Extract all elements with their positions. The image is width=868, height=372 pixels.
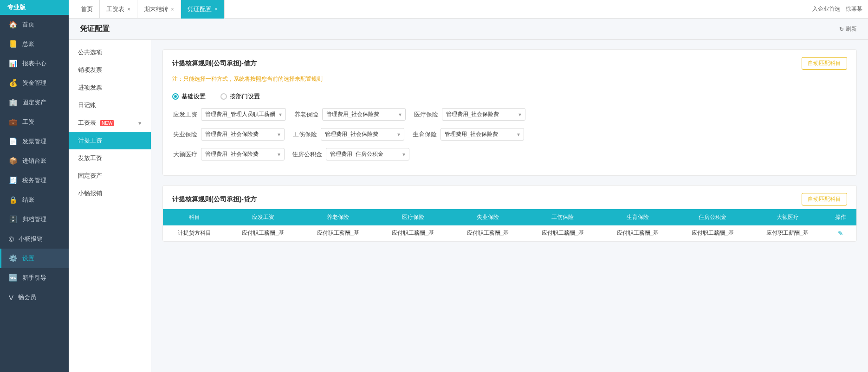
workinjury-arrow-icon: ▾ bbox=[397, 131, 400, 138]
sidebar-item-closing[interactable]: 🔒 结账 bbox=[0, 190, 69, 210]
medical-select[interactable]: 管理费用_社会保险费 ▾ bbox=[442, 108, 525, 121]
sidebar-item-salary-label: 工资 bbox=[22, 118, 34, 126]
medical-arrow-icon: ▾ bbox=[518, 111, 521, 118]
radio-basic-dot bbox=[174, 95, 177, 98]
tax-icon: 🧾 bbox=[9, 176, 18, 185]
sidebar-item-vip[interactable]: V 畅会员 bbox=[0, 288, 69, 307]
medical-value: 管理费用_社会保险费 bbox=[446, 110, 499, 118]
credit-auto-match-button[interactable]: 自动匹配科目 bbox=[802, 193, 847, 205]
credit-row-col6: 应付职工薪酬_基 bbox=[600, 225, 675, 241]
credit-row-col7: 应付职工薪酬_基 bbox=[675, 225, 750, 241]
credit-row-col4: 应付职工薪酬_基 bbox=[450, 225, 525, 241]
tab-voucher-config[interactable]: 凭证配置 × bbox=[181, 0, 225, 19]
page-header: 凭证配置 ↻ 刷新 bbox=[69, 19, 868, 40]
credit-table-container: 科目 应发工资 养老保险 医疗保险 失业保险 工伤保险 生育保险 住房公积金 大… bbox=[163, 209, 856, 241]
sidebar-item-archive[interactable]: 🗄️ 归档管理 bbox=[0, 210, 69, 229]
credit-row-action[interactable]: ✎ bbox=[825, 225, 856, 241]
field-critical-illness: 大额医疗 管理费用_社会保险费 ▾ bbox=[172, 148, 285, 160]
th-subject: 科目 bbox=[163, 209, 226, 225]
maternity-arrow-icon: ▾ bbox=[517, 131, 520, 138]
housing-fund-label: 住房公积金 bbox=[292, 150, 322, 159]
sidebar-item-salary[interactable]: 💼 工资 bbox=[0, 112, 69, 132]
sidebar-item-purchase[interactable]: 📦 进销台账 bbox=[0, 151, 69, 171]
sidebar-item-reports[interactable]: 📊 报表中心 bbox=[0, 54, 69, 73]
sidebar-item-fixed-assets-label: 固定资产 bbox=[22, 98, 46, 107]
credit-row-col2: 应付职工薪酬_基 bbox=[301, 225, 376, 241]
unemployment-arrow-icon: ▾ bbox=[278, 131, 280, 138]
credit-section: 计提核算规则(公司承担)-贷方 自动匹配科目 科目 应发工资 养老保险 医疗保险… bbox=[162, 185, 857, 242]
sidebar-item-settings-label: 设置 bbox=[22, 254, 34, 263]
sidebar-item-settings[interactable]: ⚙️ 设置 bbox=[0, 249, 69, 268]
debit-form-row-2: 失业保险 管理费用_社会保险费 ▾ 工伤保险 管理费用_社会保险费 ▾ bbox=[172, 128, 847, 141]
medical-label: 医疗保险 bbox=[413, 110, 438, 119]
sidebar-item-purchase-label: 进销台账 bbox=[22, 157, 46, 165]
tab-period-end-close[interactable]: × bbox=[171, 6, 174, 13]
debit-notice: 注：只能选择一种方式，系统将按照您当前的选择来配置规则 bbox=[163, 73, 856, 89]
sidebar-item-xiaochang-label: 小畅报销 bbox=[19, 235, 43, 243]
tab-salary-close[interactable]: × bbox=[127, 6, 130, 13]
nav-calc-salary[interactable]: 计提工资 bbox=[69, 132, 151, 149]
sidebar-item-xiaochang[interactable]: © 小畅报销 bbox=[0, 229, 69, 249]
sidebar-item-closing-label: 结账 bbox=[22, 196, 34, 204]
unemployment-select[interactable]: 管理费用_社会保险费 ▾ bbox=[201, 128, 285, 141]
applied-salary-select[interactable]: 管理费用_管理人员职工薪酬 ▾ bbox=[201, 108, 286, 121]
unemployment-label: 失业保险 bbox=[172, 130, 197, 139]
enterprise-label: 入企业首选 bbox=[812, 5, 840, 13]
sidebar-item-home[interactable]: 🏠 首页 bbox=[0, 15, 69, 34]
sidebar-item-funds[interactable]: 💰 资金管理 bbox=[0, 73, 69, 93]
critical-illness-select[interactable]: 管理费用_社会保险费 ▾ bbox=[201, 148, 285, 160]
topbar-right: 入企业首选 徐某某 bbox=[812, 5, 862, 13]
radio-basic-circle bbox=[172, 93, 179, 100]
nav-deduct-invoice[interactable]: 进项发票 bbox=[69, 79, 151, 96]
unemployment-value: 管理费用_社会保险费 bbox=[205, 130, 259, 138]
workinjury-select[interactable]: 管理费用_社会保险费 ▾ bbox=[321, 128, 404, 141]
nav-xiaochang-expenses[interactable]: 小畅报销 bbox=[69, 185, 151, 202]
nav-salary-table[interactable]: 工资表 NEW ▾ bbox=[69, 114, 151, 132]
sidebar-item-tax[interactable]: 🧾 税务管理 bbox=[0, 171, 69, 190]
housing-fund-select[interactable]: 管理费用_住房公积金 ▾ bbox=[326, 148, 409, 160]
nav-pay-salary[interactable]: 发放工资 bbox=[69, 149, 151, 167]
maternity-select[interactable]: 管理费用_社会保险费 ▾ bbox=[440, 128, 524, 141]
radio-dept[interactable]: 按部门设置 bbox=[220, 92, 260, 101]
tab-voucher-config-close[interactable]: × bbox=[214, 6, 218, 13]
field-maternity: 生育保险 管理费用_社会保险费 ▾ bbox=[412, 128, 524, 141]
debit-section: 计提核算规则(公司承担)-借方 自动匹配科目 注：只能选择一种方式，系统将按照您… bbox=[162, 49, 857, 176]
sidebar-item-archive-label: 归档管理 bbox=[22, 215, 46, 224]
tab-period-end[interactable]: 期末结转 × bbox=[137, 0, 181, 19]
sidebar-item-guide[interactable]: 🆕 新手引导 bbox=[0, 268, 69, 288]
guide-icon: 🆕 bbox=[9, 274, 18, 282]
field-housing-fund: 住房公积金 管理费用_住房公积金 ▾ bbox=[292, 148, 409, 160]
critical-illness-arrow-icon: ▾ bbox=[278, 151, 280, 158]
tab-salary[interactable]: 工资表 × bbox=[100, 0, 137, 19]
refresh-button[interactable]: ↻ 刷新 bbox=[839, 25, 857, 33]
radio-dept-label: 按部门设置 bbox=[230, 92, 260, 101]
pension-select[interactable]: 管理费用_社会保险费 ▾ bbox=[322, 108, 406, 121]
workinjury-value: 管理费用_社会保险费 bbox=[325, 130, 378, 138]
credit-row-col0: 计提贷方科目 bbox=[163, 225, 226, 241]
sidebar-item-ledger[interactable]: 📒 总账 bbox=[0, 34, 69, 54]
edit-icon[interactable]: ✎ bbox=[838, 230, 843, 237]
th-unemployment: 失业保险 bbox=[450, 209, 525, 225]
pension-arrow-icon: ▾ bbox=[399, 111, 402, 118]
nav-fixed-assets[interactable]: 固定资产 bbox=[69, 167, 151, 185]
radio-basic[interactable]: 基础设置 bbox=[172, 92, 206, 101]
housing-fund-value: 管理费用_住房公积金 bbox=[330, 150, 383, 158]
nav-journal[interactable]: 日记账 bbox=[69, 96, 151, 114]
ledger-icon: 📒 bbox=[9, 40, 18, 48]
th-pension: 养老保险 bbox=[301, 209, 376, 225]
credit-table-header-row: 科目 应发工资 养老保险 医疗保险 失业保险 工伤保险 生育保险 住房公积金 大… bbox=[163, 209, 856, 225]
th-action: 操作 bbox=[825, 209, 856, 225]
sidebar-item-vip-label: 畅会员 bbox=[18, 293, 36, 301]
chevron-down-icon: ▾ bbox=[138, 120, 142, 127]
th-workinjury: 工伤保险 bbox=[525, 209, 600, 225]
sidebar-item-home-label: 首页 bbox=[22, 20, 34, 29]
nav-public-options[interactable]: 公共选项 bbox=[69, 44, 151, 61]
nav-cancel-invoice[interactable]: 销项发票 bbox=[69, 61, 151, 79]
sidebar-item-fixed-assets[interactable]: 🏢 固定资产 bbox=[0, 93, 69, 112]
sidebar-item-invoice[interactable]: 📄 发票管理 bbox=[0, 132, 69, 151]
maternity-label: 生育保险 bbox=[412, 130, 437, 139]
tab-home-label: 首页 bbox=[81, 5, 93, 13]
tab-home[interactable]: 首页 bbox=[74, 0, 100, 19]
closing-icon: 🔒 bbox=[9, 196, 18, 204]
debit-auto-match-button[interactable]: 自动匹配科目 bbox=[802, 57, 847, 70]
